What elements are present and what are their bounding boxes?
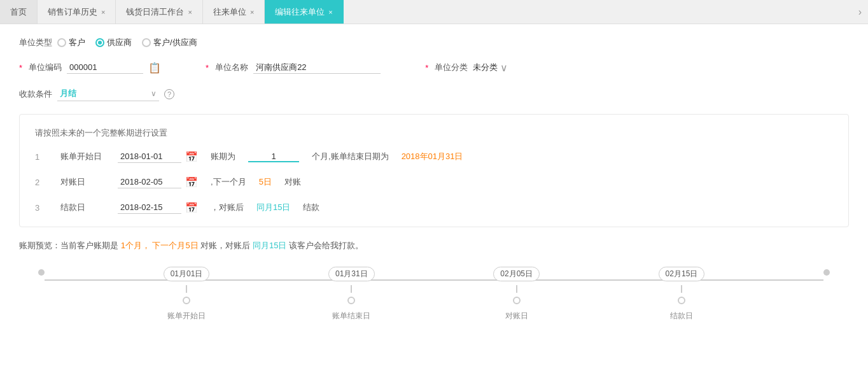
unit-type-label: 单位类型 [19,37,52,48]
timeline-label-4: 结款日 [670,311,693,321]
timeline-container: 01月01日 账单开始日 01月31日 账单结束日 02月05日 [19,267,849,321]
timeline-point-4: 02月15日 结款日 [659,267,705,321]
period-card: 请按照未来的一个完整帐期进行设置 1 账单开始日 📅 账期为 个月,账单结束日期… [19,114,849,227]
timeline-left-endpoint [38,269,45,276]
tab-bar: 首页 销售订单历史 × 钱货日清工作台 × 往来单位 × 编辑往来单位 × › [0,0,868,24]
unit-name-required: * [206,63,209,73]
preview-months: 1个月， [121,241,150,250]
step-1-calendar-icon[interactable]: 📅 [185,151,198,163]
timeline-right-dot [823,269,830,276]
unit-classify-select[interactable]: 未分类 ∨ [473,62,568,74]
unit-code-field: * 单位编码 📋 [19,61,161,74]
timeline-badge-2: 01月31日 [328,267,375,281]
step-3-desc-prefix: ，对账后 [211,202,244,213]
unit-name-field: * 单位名称 [206,61,381,74]
timeline-tick-2 [351,285,352,293]
unit-type-radio-group: 客户 供应商 客户/供应商 [57,37,197,48]
step-2-desc-suffix: 对账 [284,176,301,188]
step-2-calendar-icon[interactable]: 📅 [185,176,198,188]
timeline-badge-4: 02月15日 [659,267,705,281]
tab-edit-partner[interactable]: 编辑往来单位 × [265,0,343,24]
timeline-dot-4 [678,297,685,304]
radio-customer[interactable]: 客户 [57,37,85,48]
timeline-label-2: 账单结束日 [332,311,370,321]
step-3-label: 结款日 [60,202,105,213]
radio-supplier-circle [95,38,104,47]
timeline-point-1: 01月01日 账单开始日 [164,267,210,321]
timeline-point-2: 01月31日 账单结束日 [328,267,375,321]
unit-info-row: * 单位编码 📋 * 单位名称 * 单位分类 未分类 ∨ [19,61,849,74]
payment-condition-help[interactable]: ? [164,89,174,99]
tab-edit-partner-close[interactable]: × [328,8,332,16]
payment-condition-label: 收款条件 [19,88,52,100]
timeline-dot-3 [513,297,521,304]
step-2-day-highlight: 5日 [259,176,272,188]
tab-partner[interactable]: 往来单位 × [203,0,265,24]
step-3-date-input[interactable] [118,201,181,214]
step-2: 2 [35,178,48,187]
step-2-date-input[interactable] [118,176,181,188]
unit-type-row: 单位类型 客户 供应商 客户/供应商 [19,37,849,48]
step-1-date-wrap: 📅 [118,150,198,163]
timeline-dot-2 [347,297,355,304]
tab-home[interactable]: 首页 [0,0,38,24]
unit-classify-required: * [425,63,428,73]
step-3-calendar-icon[interactable]: 📅 [185,202,198,214]
payment-condition-select[interactable]: 月结 ∨ [57,87,159,101]
step-2-date-wrap: 📅 [118,176,198,188]
radio-both-circle [142,38,151,47]
timeline-point-3: 02月05日 对账日 [493,267,540,321]
timeline-dot-1 [183,297,190,304]
unit-code-input[interactable] [67,61,143,74]
tab-home-label: 首页 [10,6,27,18]
radio-supplier-label: 供应商 [107,37,132,48]
preview-prefix: 账期预览：当前客户账期是 [19,241,118,250]
preview-middle: 对账，对账后 [200,241,250,250]
tab-cash-work[interactable]: 钱货日清工作台 × [116,0,202,24]
step-1-month-input[interactable] [248,151,299,162]
step-3-date-wrap: 📅 [118,201,198,214]
timeline-badge-3: 02月05日 [493,267,540,281]
step-1-date-input[interactable] [118,150,181,163]
radio-supplier[interactable]: 供应商 [95,37,132,48]
preview-suffix: 该客户会给我打款。 [289,241,363,250]
payment-condition-chevron: ∨ [151,89,157,98]
unit-classify-chevron: ∨ [500,62,508,74]
unit-classify-value: 未分类 [473,62,498,73]
unit-classify-field: * 单位分类 未分类 ∨ [425,62,568,74]
tab-sales-history-close[interactable]: × [101,8,105,16]
timeline-right-endpoint [823,269,830,276]
period-row-2: 2 对账日 📅 ,下一个月 5日 对账 [35,176,833,188]
payment-condition-value: 月结 [60,88,76,99]
tab-bar-arrow[interactable]: › [852,6,868,18]
tab-partner-label: 往来单位 [213,6,246,18]
step-3-day-highlight: 同月15日 [256,202,290,213]
timeline-tick-4 [681,285,682,293]
timeline-label-1: 账单开始日 [167,311,206,321]
period-row-3: 3 结款日 📅 ，对账后 同月15日 结款 [35,201,833,214]
step-1-end-date: 2018年01月31日 [402,151,463,162]
step-1-label: 账单开始日 [60,151,105,162]
unit-code-label: 单位编码 [29,62,62,73]
unit-code-lookup-icon[interactable]: 📋 [148,62,161,74]
preview-reconcile: 下一个月5日 [152,241,198,250]
tab-sales-history[interactable]: 销售订单历史 × [38,0,116,24]
preview-section: 账期预览：当前客户账期是 1个月， 下一个月5日 对账，对账后 同月15日 该客… [19,240,849,321]
step-1: 1 [35,152,48,162]
tab-cash-work-close[interactable]: × [188,8,192,16]
timeline-tick-1 [186,285,187,293]
timeline-tick-3 [516,285,517,293]
tab-cash-work-label: 钱货日清工作台 [126,6,184,18]
radio-both[interactable]: 客户/供应商 [142,37,197,48]
period-card-title: 请按照未来的一个完整帐期进行设置 [35,127,833,139]
tab-partner-close[interactable]: × [250,8,254,16]
tab-edit-partner-label: 编辑往来单位 [275,6,325,18]
unit-type-field: 单位类型 客户 供应商 客户/供应商 [19,37,197,48]
timeline-left-dot [38,269,45,276]
timeline-badge-1: 01月01日 [164,267,210,281]
tab-sales-history-label: 销售订单历史 [48,6,97,18]
step-3-desc-suffix: 结款 [303,202,319,213]
unit-name-input[interactable] [253,61,381,74]
step-1-desc-suffix: 个月,账单结束日期为 [312,151,389,162]
radio-customer-circle [57,38,66,47]
